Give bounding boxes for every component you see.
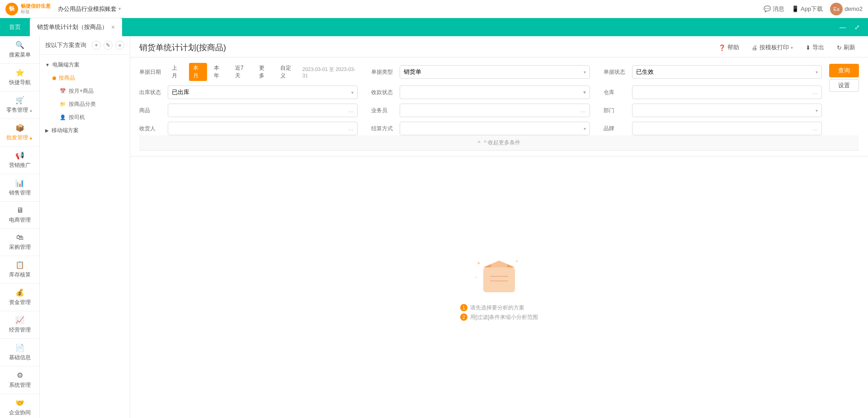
filter-row-3: 商品 … 业务员 bbox=[139, 104, 822, 117]
sidebar-item-ecommerce[interactable]: 🖥 电商管理 bbox=[0, 202, 39, 229]
date-btn-custom[interactable]: 自定义 bbox=[276, 63, 300, 81]
app-selector-text: 办公用品行业模拟账套 bbox=[58, 5, 117, 13]
filter-dept-select[interactable]: ▾ bbox=[632, 104, 822, 117]
sidebar-item-collab[interactable]: 🤝 企业协同 bbox=[0, 394, 39, 418]
query-button[interactable]: 查询 bbox=[829, 64, 859, 77]
ecommerce-icon: 🖥 bbox=[16, 206, 24, 214]
tree-group-mobile[interactable]: ▶ 移动端方案 bbox=[40, 124, 130, 137]
header-right: 💬 消息 📱 App下载 Ea demo2 bbox=[764, 3, 863, 15]
inventory-icon: 📋 bbox=[15, 261, 24, 269]
app-download-icon: 📱 bbox=[792, 5, 799, 12]
help-button[interactable]: ❓ 帮助 bbox=[715, 42, 743, 53]
filter-doc-status-select[interactable]: 已生效 ▾ bbox=[632, 65, 822, 79]
tree-item-by-category-icon: 📁 bbox=[60, 101, 66, 107]
empty-state: ✦ ✦ ✦ 1 请先选择要分析的方案 2 用[过滤]条件来缩小分析范围 bbox=[130, 157, 868, 418]
refresh-button[interactable]: ↻ 刷新 bbox=[833, 42, 859, 53]
filter-brand-label: 品牌 bbox=[604, 125, 628, 133]
tab-home[interactable]: 首页 bbox=[0, 18, 30, 36]
filter-doc-status-label: 单据状态 bbox=[604, 68, 628, 76]
tree-item-by-driver[interactable]: 👤 按司机 bbox=[40, 111, 130, 124]
user-action[interactable]: Ea demo2 bbox=[830, 3, 863, 15]
logo-area: 畅 畅捷信好生意 标版 bbox=[5, 3, 51, 15]
filter-delivery-select[interactable]: 已出库 ▾ bbox=[168, 86, 358, 99]
message-icon: 💬 bbox=[764, 5, 771, 12]
tab-max-button[interactable]: ⤢ bbox=[852, 22, 863, 33]
filter-receiver-input[interactable]: … bbox=[168, 122, 358, 135]
tree-group-desktop[interactable]: ▼ 电脑端方案 bbox=[40, 58, 130, 71]
filter-doc-type-select[interactable]: 销货单 ▾ bbox=[400, 65, 590, 79]
export-button[interactable]: ⬇ 导出 bbox=[802, 42, 828, 53]
sidebar-item-sales-label: 销售管理 bbox=[9, 189, 31, 197]
svg-rect-0 bbox=[483, 267, 515, 292]
edit-scheme-button[interactable]: ✎ bbox=[104, 41, 113, 50]
wholesale-arrow-icon: ▲ bbox=[29, 136, 33, 140]
sidebar-item-marketing[interactable]: 📢 营销推广 bbox=[0, 147, 39, 174]
date-btn-last-month[interactable]: 上月 bbox=[168, 63, 186, 81]
search-icon: 🔍 bbox=[15, 41, 24, 49]
print-arrow-icon: ▾ bbox=[791, 45, 793, 50]
sidebar-item-sales[interactable]: 📊 销售管理 bbox=[0, 174, 39, 202]
sidebar-item-basic[interactable]: 📄 基础信息 bbox=[0, 339, 39, 366]
sidebar-item-retail-label: 零售管理 bbox=[6, 106, 28, 114]
filter-payment-dots: ▾ bbox=[583, 89, 586, 95]
filter-goods-dots: … bbox=[348, 107, 354, 114]
sidebar-item-inventory[interactable]: 📋 库存核算 bbox=[0, 256, 39, 284]
date-btn-more[interactable]: 更多 bbox=[255, 63, 274, 81]
filter-brand-dots: … bbox=[812, 125, 818, 132]
tree-item-by-month-goods[interactable]: 📅 按月+商品 bbox=[40, 85, 130, 98]
sidebar-item-finance[interactable]: 💰 资金管理 bbox=[0, 284, 39, 311]
filter-goods-label: 商品 bbox=[139, 107, 164, 114]
main-layout: 🔍 搜索菜单 ⭐ 快捷导航 🛒 零售管理 ▲ 📦 批发管理 ▲ 📢 营销推广 bbox=[0, 36, 868, 418]
app-download-action[interactable]: 📱 App下载 bbox=[792, 5, 823, 13]
tree-item-by-goods[interactable]: 按商品 bbox=[40, 71, 130, 85]
tab-bar-actions: — ⤢ bbox=[837, 22, 868, 33]
date-btn-7days[interactable]: 近7天 bbox=[231, 63, 252, 81]
settings-button[interactable]: 设置 bbox=[829, 79, 859, 92]
empty-hint-list: 1 请先选择要分析的方案 2 用[过滤]条件来缩小分析范围 bbox=[460, 304, 538, 323]
app-download-label: App下载 bbox=[801, 5, 823, 13]
filter-content: 单据日期 上月 本月 本年 近7天 更多 自定义 2023-03-01 至 20… bbox=[139, 63, 822, 135]
sidebar-item-wholesale[interactable]: 📦 批发管理 ▲ bbox=[0, 119, 39, 147]
filter-goods-input[interactable]: … bbox=[168, 104, 358, 117]
date-btn-this-month[interactable]: 本月 bbox=[189, 63, 208, 81]
filter-warehouse-input[interactable]: … bbox=[632, 86, 822, 99]
sidebar-item-purchase[interactable]: 🛍 采购管理 bbox=[0, 229, 39, 256]
right-panel: 销货单统计计划(按商品) ❓ 帮助 🖨 按模板打印 ▾ ⬇ 导出 bbox=[130, 36, 868, 418]
tab-active[interactable]: 销货单统计计划（按商品） × bbox=[30, 18, 122, 36]
print-button[interactable]: 🖨 按模板打印 ▾ bbox=[748, 42, 797, 53]
sidebar-item-operations[interactable]: 📈 经营管理 bbox=[0, 311, 39, 339]
filter-item-payment: 收款状态 ▾ bbox=[371, 86, 590, 99]
message-action[interactable]: 💬 消息 bbox=[764, 5, 784, 13]
filter-salesperson-input[interactable]: … bbox=[400, 104, 590, 117]
sidebar-item-system-label: 系统管理 bbox=[9, 381, 31, 389]
filter-item-salesperson: 业务员 … bbox=[371, 104, 590, 117]
tree-item-by-category[interactable]: 📁 按商品分类 bbox=[40, 98, 130, 111]
filter-item-settlement: 结算方式 ▾ bbox=[371, 122, 590, 135]
empty-hint-2-text: 用[过滤]条件来缩小分析范围 bbox=[470, 314, 538, 321]
tab-min-button[interactable]: — bbox=[837, 22, 848, 33]
filter-settlement-select[interactable]: ▾ bbox=[400, 122, 590, 135]
filter-brand-input[interactable]: … bbox=[632, 122, 822, 135]
filter-warehouse-label: 仓库 bbox=[604, 89, 628, 96]
filter-receiver-dots: … bbox=[348, 125, 354, 132]
sales-icon: 📊 bbox=[15, 179, 24, 187]
sidebar-item-quicknav-label: 快捷导航 bbox=[9, 79, 31, 86]
collapse-bar[interactable]: ^ ^ 收起更多条件 bbox=[139, 135, 859, 151]
page-header: 销货单统计计划(按商品) ❓ 帮助 🖨 按模板打印 ▾ ⬇ 导出 bbox=[130, 36, 868, 57]
empty-hint-1-text: 请先选择要分析的方案 bbox=[470, 304, 524, 312]
add-scheme-button[interactable]: + bbox=[92, 41, 101, 50]
help-icon: ❓ bbox=[718, 44, 726, 51]
page-title: 销货单统计计划(按商品) bbox=[139, 42, 226, 53]
sidebar-item-quicknav[interactable]: ⭐ 快捷导航 bbox=[0, 64, 39, 91]
tab-close-button[interactable]: × bbox=[111, 24, 115, 30]
sidebar-item-retail[interactable]: 🛒 零售管理 ▲ bbox=[0, 91, 39, 119]
app-selector[interactable]: 办公用品行业模拟账套 ▾ bbox=[54, 3, 125, 15]
filter-payment-input[interactable]: ▾ bbox=[400, 86, 590, 99]
export-label: 导出 bbox=[812, 43, 824, 52]
collapse-panel-button[interactable]: « bbox=[115, 41, 124, 50]
date-btn-this-year[interactable]: 本年 bbox=[210, 63, 228, 81]
sidebar-item-search[interactable]: 🔍 搜索菜单 bbox=[0, 36, 39, 64]
filter-item-dept: 部门 ▾ bbox=[604, 104, 822, 117]
export-icon: ⬇ bbox=[806, 44, 811, 51]
sidebar-item-system[interactable]: ⚙ 系统管理 bbox=[0, 366, 39, 394]
